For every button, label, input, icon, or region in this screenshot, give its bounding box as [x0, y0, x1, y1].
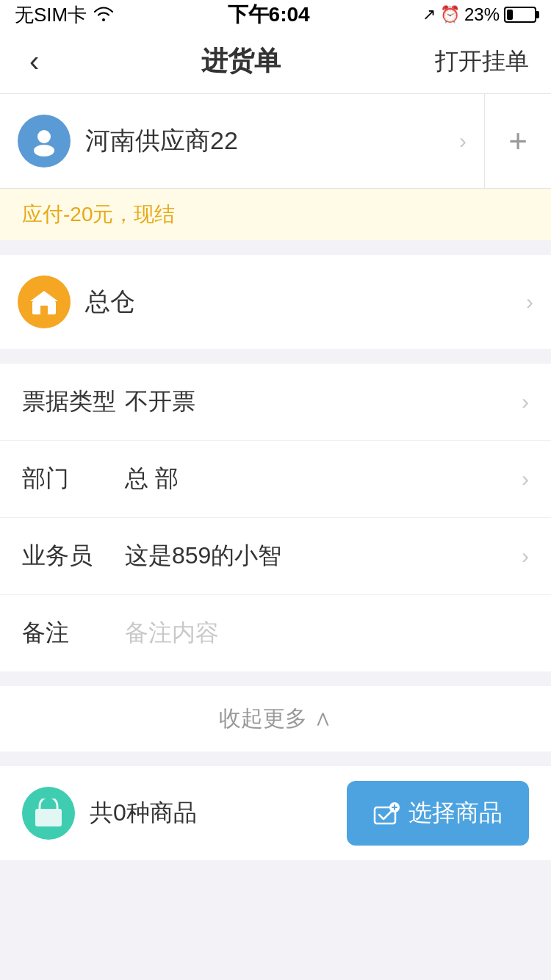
invoice-type-chevron-icon: › — [522, 389, 529, 414]
nav-bar: ‹ 进货单 打开挂单 — [0, 29, 551, 94]
status-time: 下午6:04 — [228, 1, 310, 29]
salesperson-row[interactable]: 业务员 这是859的小智 › — [0, 518, 551, 595]
wifi-icon — [93, 4, 115, 26]
salesperson-label: 业务员 — [22, 540, 125, 572]
alarm-icon: ⏰ — [440, 5, 460, 24]
department-row[interactable]: 部门 总 部 › — [0, 441, 551, 518]
carrier-label: 无SIM卡 — [15, 2, 87, 28]
warehouse-name: 总仓 — [85, 285, 511, 319]
department-value: 总 部 — [125, 463, 522, 495]
svg-point-0 — [37, 130, 51, 143]
supplier-section: 河南供应商22 › + — [0, 94, 551, 189]
collapse-label: 收起更多 ∧ — [219, 704, 331, 734]
select-product-button[interactable]: 选择商品 — [347, 781, 529, 846]
supplier-chevron-icon: › — [459, 129, 467, 154]
status-right: ↗ ⏰ 23% — [422, 4, 536, 25]
back-button[interactable]: ‹ — [22, 37, 46, 85]
battery-percent: 23% — [464, 4, 500, 25]
invoice-type-value: 不开票 — [125, 386, 522, 418]
notes-label: 备注 — [22, 617, 125, 649]
notice-text: 应付-20元，现结 — [22, 203, 175, 226]
form-section: 票据类型 不开票 › 部门 总 部 › 业务员 这是859的小智 › 备注 备注… — [0, 364, 551, 671]
invoice-type-label: 票据类型 — [22, 386, 125, 418]
warehouse-icon — [18, 275, 71, 328]
supplier-row[interactable]: 河南供应商22 › — [0, 94, 484, 188]
product-count: 共0种商品 — [90, 797, 332, 829]
collapse-bar[interactable]: 收起更多 ∧ — [0, 686, 551, 752]
invoice-type-row[interactable]: 票据类型 不开票 › — [0, 364, 551, 441]
status-left: 无SIM卡 — [15, 2, 115, 28]
department-chevron-icon: › — [522, 466, 529, 491]
battery-icon — [504, 7, 536, 23]
page-title: 进货单 — [201, 43, 281, 79]
warehouse-chevron-icon: › — [526, 289, 533, 314]
department-label: 部门 — [22, 463, 125, 495]
supplier-name: 河南供应商22 — [85, 124, 444, 158]
svg-rect-5 — [35, 809, 62, 826]
select-product-label: 选择商品 — [408, 797, 503, 829]
svg-point-1 — [34, 145, 54, 156]
salesperson-value: 这是859的小智 — [125, 540, 522, 572]
supplier-avatar — [18, 115, 71, 167]
product-icon — [22, 787, 75, 840]
location-icon: ↗ — [422, 5, 436, 24]
open-pending-button[interactable]: 打开挂单 — [435, 46, 529, 78]
notes-row[interactable]: 备注 备注内容 — [0, 595, 551, 671]
bottom-bar: 共0种商品 选择商品 — [0, 766, 551, 860]
content-area: 河南供应商22 › + 应付-20元，现结 总仓 › 票据类型 不开票 › — [0, 94, 551, 860]
add-supplier-button[interactable]: + — [485, 94, 551, 188]
status-bar: 无SIM卡 下午6:04 ↗ ⏰ 23% — [0, 0, 551, 29]
salesperson-chevron-icon: › — [522, 544, 529, 569]
notice-bar: 应付-20元，现结 — [0, 189, 551, 240]
notes-placeholder: 备注内容 — [125, 617, 529, 649]
warehouse-row[interactable]: 总仓 › — [0, 255, 551, 349]
svg-marker-3 — [30, 291, 58, 301]
plus-icon: + — [508, 123, 527, 159]
svg-rect-4 — [40, 306, 48, 314]
